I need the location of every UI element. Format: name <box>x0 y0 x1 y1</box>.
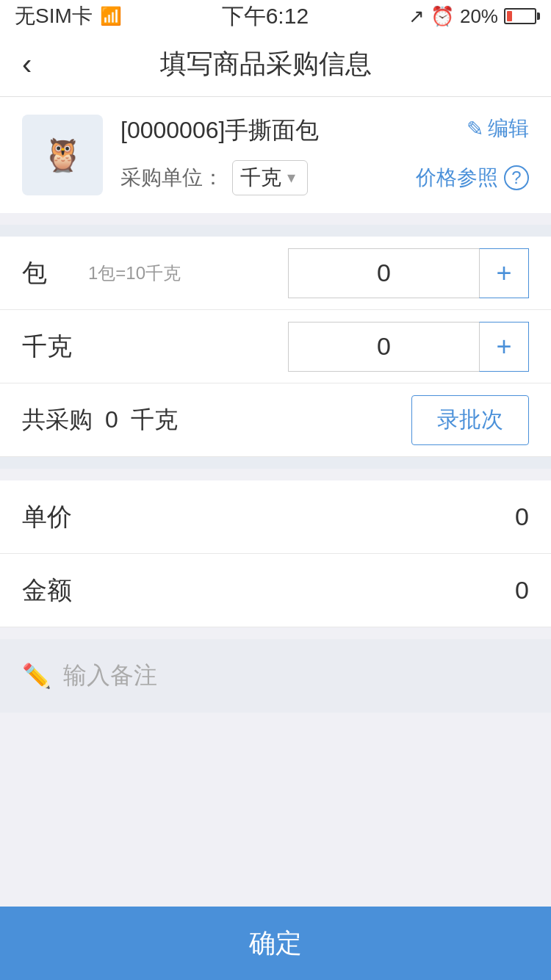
bao-plus-button[interactable]: + <box>479 248 529 298</box>
product-card: 🦉 [0000006]手撕面包 ✎ 编辑 采购单位： 千克 ▾ 价格参照 ? <box>0 97 551 213</box>
kilo-label: 千克 <box>22 330 81 364</box>
purchase-unit-label: 采购单位： <box>120 164 223 192</box>
pencil-icon: ✏️ <box>22 662 51 690</box>
product-thumbnail-icon: 🦉 <box>43 136 83 174</box>
batch-button[interactable]: 录批次 <box>411 395 529 445</box>
nav-bar: ‹ 填写商品采购信息 <box>0 32 551 97</box>
amount-row: 金额 0 <box>0 554 551 627</box>
edit-icon: ✎ <box>467 117 483 141</box>
notes-placeholder: 输入备注 <box>63 660 157 692</box>
wifi-icon: 📶 <box>100 6 122 26</box>
edit-label: 编辑 <box>488 115 529 143</box>
page-title: 填写商品采购信息 <box>46 46 485 82</box>
summary-row: 共采购 0 千克 录批次 <box>0 383 551 457</box>
product-image: 🦉 <box>22 115 103 195</box>
divider-1 <box>0 225 551 237</box>
price-ref-button[interactable]: 价格参照 ? <box>416 164 529 192</box>
kilo-plus-button[interactable]: + <box>479 322 529 372</box>
status-right: ↗ ⏰ 20% <box>408 5 536 28</box>
amount-value: 0 <box>515 576 529 605</box>
status-bar: 无SIM卡 📶 下午6:12 ↗ ⏰ 20% <box>0 0 551 32</box>
summary-text-group: 共采购 0 千克 <box>22 404 178 436</box>
unit-price-value: 0 <box>515 502 529 531</box>
product-name: [0000006]手撕面包 <box>120 115 319 147</box>
edit-button[interactable]: ✎ 编辑 <box>467 115 529 143</box>
alarm-icon: ⏰ <box>431 5 454 28</box>
purchase-unit-row: 采购单位： 千克 ▾ 价格参照 ? <box>120 160 529 195</box>
help-icon: ? <box>504 165 529 190</box>
status-time: 下午6:12 <box>222 1 309 32</box>
unit-select[interactable]: 千克 ▾ <box>232 160 308 195</box>
unit-dropdown-icon: ▾ <box>287 168 295 187</box>
unit-value: 千克 <box>240 164 281 192</box>
kilo-input[interactable] <box>288 322 479 372</box>
summary-value: 0 <box>105 406 118 433</box>
price-ref-label: 价格参照 <box>416 164 498 192</box>
bao-sub: 1包=10千克 <box>88 262 181 285</box>
notes-section[interactable]: ✏️ 输入备注 <box>0 639 551 713</box>
location-icon: ↗ <box>408 5 425 28</box>
divider-2 <box>0 457 551 469</box>
battery-fill <box>507 11 512 21</box>
confirm-button[interactable]: 确定 <box>0 907 551 980</box>
product-info: [0000006]手撕面包 ✎ 编辑 采购单位： 千克 ▾ 价格参照 ? <box>120 115 529 195</box>
kilo-input-right: + <box>288 322 529 372</box>
summary-prefix: 共采购 <box>22 406 93 433</box>
battery-icon <box>504 8 536 24</box>
back-button[interactable]: ‹ <box>22 48 46 81</box>
bao-label: 包 <box>22 256 81 290</box>
status-left: 无SIM卡 📶 <box>15 2 122 30</box>
battery-percent: 20% <box>460 5 498 28</box>
bao-input-row: 包 1包=10千克 + <box>0 237 551 310</box>
unit-price-row: 单价 0 <box>0 480 551 554</box>
summary-unit: 千克 <box>131 406 178 433</box>
bao-input-right: + <box>288 248 529 298</box>
carrier-label: 无SIM卡 <box>15 2 93 30</box>
kilo-input-row: 千克 + <box>0 310 551 383</box>
unit-price-label: 单价 <box>22 500 72 534</box>
product-name-row: [0000006]手撕面包 ✎ 编辑 <box>120 115 529 147</box>
amount-label: 金额 <box>22 574 72 608</box>
input-section: 包 1包=10千克 + 千克 + 共采购 0 千克 录批次 <box>0 237 551 457</box>
bao-input[interactable] <box>288 248 479 298</box>
price-section: 单价 0 金额 0 <box>0 480 551 627</box>
unit-selector-group: 采购单位： 千克 ▾ <box>120 160 308 195</box>
